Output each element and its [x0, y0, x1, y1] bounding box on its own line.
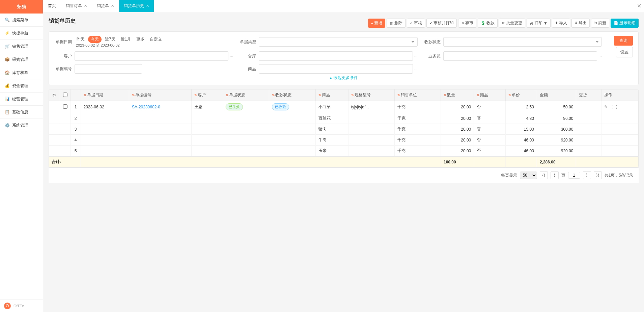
print-button[interactable]: 🖨 打印 ▼	[527, 19, 551, 28]
customer-dots[interactable]: ···	[230, 54, 233, 58]
col-payment-status[interactable]: ⇅收款状态	[269, 89, 315, 101]
row-doc-no[interactable]: SA-20230602-0	[129, 101, 191, 113]
settings-button[interactable]: 设置	[616, 47, 633, 57]
col-goods[interactable]: ⇅商品	[315, 89, 348, 101]
doc-type-select[interactable]	[259, 37, 417, 47]
page-number-input[interactable]	[568, 172, 580, 179]
7days-btn[interactable]: 近7天	[103, 36, 117, 43]
review-print-button[interactable]: ✓ 审核并打印	[426, 19, 457, 28]
yesterday-btn[interactable]: 昨天	[75, 36, 87, 43]
sidebar-item-sales-mgmt[interactable]: 🛒 销售管理	[0, 40, 43, 53]
row-settings[interactable]	[49, 135, 60, 146]
checkprint-icon: ✓	[429, 21, 432, 25]
row-settings[interactable]	[49, 101, 60, 113]
sort-icon: ⇅	[132, 93, 135, 97]
select-all-checkbox[interactable]	[63, 93, 67, 97]
1month-btn[interactable]: 近1月	[119, 36, 133, 43]
row-checkbox[interactable]	[60, 101, 71, 113]
delete-button[interactable]: 🗑 删除	[387, 19, 405, 28]
row-settings[interactable]	[49, 124, 60, 135]
tab-close-icon[interactable]: ✕	[111, 4, 114, 8]
row-check[interactable]	[63, 104, 67, 109]
row-amount: 96.00	[537, 113, 576, 124]
today-btn[interactable]: 今天	[88, 36, 102, 43]
sidebar-item-search-menu[interactable]: 🔍 搜索菜单	[0, 14, 43, 27]
warehouse-input[interactable]	[259, 51, 413, 61]
export-button[interactable]: ⬇ 导出	[571, 19, 590, 28]
goods-input[interactable]	[259, 64, 413, 74]
abandon-button[interactable]: ✕ 弃审	[458, 19, 476, 28]
sidebar-item-label: 搜索菜单	[12, 17, 28, 23]
tab-sales-delivery[interactable]: 销货单 ✕	[92, 0, 119, 12]
more-action-icon[interactable]: ⋮⋮	[610, 104, 619, 109]
sidebar-item-finance-mgmt[interactable]: 💰 资金管理	[0, 79, 43, 93]
sidebar-item-quick-nav[interactable]: ⚡ 快捷导航	[0, 27, 43, 40]
filter-collapse[interactable]: ▲ 收起更多条件	[54, 74, 633, 81]
col-settings[interactable]: ⚙	[49, 89, 60, 101]
row-checkbox[interactable]	[60, 113, 71, 124]
prev-page-btn[interactable]: ⟨	[551, 171, 559, 179]
payment-status-select[interactable]	[443, 37, 602, 47]
next-page-btn[interactable]: ⟩	[583, 171, 591, 179]
import-button[interactable]: ⬆ 导入	[552, 19, 570, 28]
table-row: 3 猪肉 千克 20.00 否 15.00 300.00	[49, 124, 638, 135]
row-checkbox[interactable]	[60, 135, 71, 146]
box-icon: 📦	[4, 56, 10, 62]
goods-dots[interactable]: ···	[414, 67, 418, 71]
batch-change-button[interactable]: ✏ 批量变更	[499, 19, 525, 28]
refresh-button[interactable]: ↻ 刷新	[591, 19, 609, 28]
row-doc-no[interactable]	[129, 124, 191, 135]
col-doc-date[interactable]: ⇅单据日期	[81, 89, 129, 101]
col-sale-unit[interactable]: ⇅销售单位	[394, 89, 441, 101]
col-unit-price[interactable]: ⇅单价	[505, 89, 537, 101]
row-doc-no[interactable]	[129, 113, 191, 124]
per-page-select[interactable]: 50 100 200	[520, 172, 537, 179]
col-doc-no[interactable]: ⇅单据编号	[129, 89, 191, 101]
sidebar-item-operation-mgmt[interactable]: 📊 经营管理	[0, 93, 43, 106]
tab-sales-history[interactable]: 销货单历史 ✕	[119, 0, 154, 12]
review-button[interactable]: ✓ 审核	[407, 19, 425, 28]
row-checkbox[interactable]	[60, 146, 71, 157]
collect-button[interactable]: 💲 收款	[478, 19, 498, 28]
row-doc-no[interactable]	[129, 135, 191, 146]
upload-icon: ⬆	[555, 21, 558, 25]
salesperson-input[interactable]	[443, 51, 597, 61]
col-qty[interactable]: ⇅数量	[441, 89, 474, 101]
warehouse-dots[interactable]: ···	[414, 54, 418, 58]
tab-close-icon[interactable]: ✕	[84, 4, 87, 8]
show-detail-button[interactable]: 📄 显示明细	[611, 19, 639, 28]
first-page-btn[interactable]: ⟨⟨	[540, 171, 548, 179]
col-customer[interactable]: ⇅客户	[191, 89, 223, 101]
user-avatar[interactable]: O	[4, 303, 11, 309]
row-settings[interactable]	[49, 113, 60, 124]
col-doc-status[interactable]: ⇅单据状态	[223, 89, 269, 101]
edit-action-icon[interactable]: ✎	[604, 104, 608, 109]
row-checkbox[interactable]	[60, 124, 71, 135]
summary-end	[576, 156, 638, 167]
sidebar-item-purchase-mgmt[interactable]: 📦 采购管理	[0, 53, 43, 66]
sidebar-item-basic-info[interactable]: 📋 基础信息	[0, 106, 43, 119]
filter-group-salesperson: 业务员 ···	[423, 51, 602, 61]
row-doc-no[interactable]	[129, 146, 191, 157]
new-button[interactable]: + 新增	[368, 19, 385, 28]
sidebar-item-inventory[interactable]: 🏠 库存核算	[0, 66, 43, 79]
tab-sales-order[interactable]: 销售订单 ✕	[61, 0, 92, 12]
last-page-btn[interactable]: ⟩⟩	[594, 171, 602, 179]
sidebar-item-label: 销售管理	[12, 44, 28, 49]
col-gift[interactable]: ⇅赠品	[474, 89, 505, 101]
custom-btn[interactable]: 自定义	[148, 36, 164, 43]
row-settings[interactable]	[49, 146, 60, 157]
col-checkbox[interactable]	[60, 89, 71, 101]
tab-close-all[interactable]: ✕	[637, 3, 644, 9]
tab-close-icon[interactable]: ✕	[146, 4, 149, 8]
salesperson-dots[interactable]: ···	[598, 54, 602, 58]
query-button[interactable]: 查询	[614, 36, 633, 46]
sidebar-item-system-mgmt[interactable]: ⚙️ 系统管理	[0, 119, 43, 132]
more-btn[interactable]: 更多	[134, 36, 146, 43]
col-spec[interactable]: ⇅规格型号	[348, 89, 394, 101]
customer-input[interactable]	[75, 51, 228, 61]
docno-input[interactable]	[75, 64, 142, 74]
row-no: 1	[71, 101, 81, 113]
list-icon: 📋	[4, 109, 10, 115]
tab-home[interactable]: 首页	[43, 0, 61, 12]
